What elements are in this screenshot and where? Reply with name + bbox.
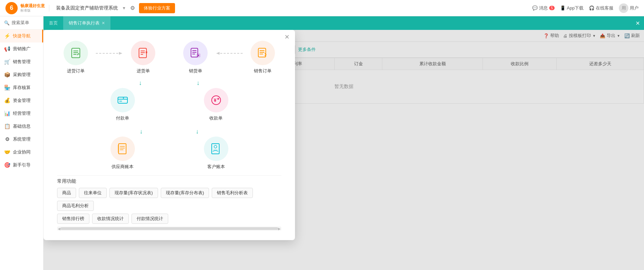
sidebar-item-newbie[interactable]: 🎯 新手引导: [0, 159, 43, 172]
tab-sales-order[interactable]: 销售订单执行表 ✕: [63, 16, 110, 30]
flow-item-customer-ledger[interactable]: 客户账本: [197, 137, 235, 170]
flow-circle-sales-bill: [183, 41, 208, 65]
flow-item-sales-order[interactable]: 销售订单: [244, 41, 281, 74]
tab-home[interactable]: 首页: [43, 16, 63, 30]
arrow-down-purchase-bill: ↓: [122, 79, 159, 87]
cf-btn-sales-margin[interactable]: 销售毛利分析表: [212, 188, 253, 198]
flow-label-receipt: 收款单: [209, 115, 223, 121]
message-action[interactable]: 💬 消息 5: [532, 5, 555, 11]
modal-separator: [57, 175, 281, 176]
flow-item-sales-bill[interactable]: 销货单: [177, 41, 214, 74]
scroll-left-arrow[interactable]: ◀: [58, 227, 60, 231]
flow-label-sales-order: 销售订单: [254, 68, 272, 74]
tab-close-icon[interactable]: ✕: [102, 21, 105, 25]
flow-item-receipt[interactable]: ¥ 收款单: [197, 88, 235, 121]
cf-btn-stock-status[interactable]: 现存量(库存状况表): [109, 188, 158, 198]
sidebar-item-quick-nav[interactable]: ⚡ 快捷导航: [0, 30, 43, 42]
flow-arrows-row-2: ↓ ↓: [57, 127, 281, 137]
online-service-label: 在线客服: [596, 5, 613, 11]
cf-btn-goods-margin[interactable]: 商品毛利分析: [57, 201, 94, 211]
finance-icon: 💰: [4, 97, 10, 104]
sidebar-item-label: 销售管理: [13, 59, 31, 65]
cf-btn-payment-stats[interactable]: 付款情况统计: [132, 214, 168, 224]
arrow-sales-order-to-bill: [214, 50, 244, 65]
sidebar-search[interactable]: 🔍 搜索菜单: [0, 16, 43, 30]
sidebar-item-basic[interactable]: 📋 基础信息: [0, 120, 43, 133]
cf-row-1: 商品 往来单位 现存量(库存状况表) 现存量(库存分布表) 销售毛利分析表 商品…: [57, 188, 281, 211]
flow-item-purchase-order[interactable]: 进货订单: [57, 41, 94, 74]
arrow-down-receipt: ↓: [179, 128, 216, 135]
common-functions-title: 常用功能: [57, 178, 281, 184]
close-all-btn[interactable]: ✕: [636, 20, 644, 26]
dash-arrow-svg-2: [215, 50, 243, 57]
sidebar-item-marketing[interactable]: 📢 营销推广: [0, 42, 43, 55]
sidebar-item-system[interactable]: ⚙ 系统管理: [0, 133, 43, 146]
svg-text:¥: ¥: [214, 97, 216, 103]
dash-arrow-svg-1: [96, 50, 123, 57]
message-badge: 5: [549, 6, 555, 10]
cf-btn-sales-rank[interactable]: 销售排行榜: [57, 214, 89, 224]
flow-item-supplier-ledger[interactable]: 供应商账本: [104, 137, 141, 170]
flow-modal: ✕: [43, 30, 295, 240]
cf-btn-goods[interactable]: 商品: [57, 188, 76, 198]
flow-row-1: 进货订单: [57, 41, 281, 74]
logo-title: 畅康通好生意: [20, 3, 45, 8]
flow-label-customer-ledger: 客户账本: [207, 164, 225, 170]
sidebar-item-label: 基础信息: [13, 123, 31, 129]
search-icon: 🔍: [4, 20, 10, 25]
scroll-thumb[interactable]: [60, 227, 278, 230]
svg-rect-34: [118, 145, 119, 153]
system-icon: ⚙: [4, 136, 10, 142]
sidebar-item-enterprise[interactable]: 🤝 企业协同: [0, 146, 43, 159]
app-download-action[interactable]: 📱 App下载: [560, 5, 584, 11]
sidebar-item-label: 经营管理: [13, 110, 31, 116]
modal-close-btn[interactable]: ✕: [284, 34, 290, 40]
svg-marker-20: [216, 52, 220, 55]
app-download-icon: 📱: [560, 5, 565, 11]
flow-arrows-row: ↓ ↓: [57, 79, 281, 88]
sidebar-item-purchase[interactable]: 📦 采购管理: [0, 68, 43, 81]
message-label: 消息: [539, 5, 548, 11]
inventory-icon: 🏪: [4, 85, 10, 91]
tab-bar: 首页 销售订单执行表 ✕ ✕: [43, 16, 644, 30]
cf-btn-stock-dist[interactable]: 现存量(库存分布表): [161, 188, 209, 198]
customer-ledger-icon: [210, 143, 222, 155]
flow-circle-customer-ledger: [204, 137, 228, 161]
arrow-down-payment: ↓: [123, 128, 160, 135]
tab-sales-order-label: 销售订单执行表: [69, 20, 100, 26]
scroll-right-arrow[interactable]: ▶: [278, 227, 281, 231]
top-right-actions: 💬 消息 5 📱 App下载 🎧 在线客服 用 用户: [532, 3, 639, 13]
sidebar-item-inventory[interactable]: 🏪 库存核算: [0, 81, 43, 94]
sidebar-item-operations[interactable]: 📊 经营管理: [0, 107, 43, 120]
search-label: 搜索菜单: [12, 20, 29, 26]
flow-item-payment[interactable]: ¥ 付款单: [104, 88, 141, 121]
cf-btn-receipt-stats[interactable]: 收款情况统计: [92, 214, 129, 224]
system-title: 装备及固定资产辅助管理系统: [56, 5, 118, 11]
sidebar-item-label: 资金管理: [13, 97, 31, 104]
scrollbar-track[interactable]: ◀ ▶: [57, 227, 281, 231]
main-area: 🔍 搜索菜单 ⚡ 快捷导航 📢 营销推广 🛒 销售管理 📦 采购管理 🏪: [0, 16, 644, 270]
close-all-icon[interactable]: ✕: [636, 20, 640, 26]
sidebar-item-sales[interactable]: 🛒 销售管理: [0, 55, 43, 68]
down-arrow-icon-4: ↓: [196, 128, 199, 135]
content-area: 首页 销售订单执行表 ✕ ✕ ❓ 帮助: [43, 16, 644, 270]
basic-icon: 📋: [4, 123, 10, 129]
flow-item-purchase-bill[interactable]: 进货单: [124, 41, 162, 74]
content-wrapper: ❓ 帮助 🖨 按模板打印 ▼ 📤 导出 ▼ 🔄: [43, 30, 644, 270]
sales-bill-icon: [189, 47, 202, 59]
spacer-arrow-2: [94, 79, 122, 87]
user-action[interactable]: 用 用户: [619, 3, 639, 13]
online-service-action[interactable]: 🎧 在线客服: [589, 5, 613, 11]
settings-icon[interactable]: ⚙: [130, 5, 135, 11]
purchase-icon: 📦: [4, 72, 10, 78]
sidebar-item-finance[interactable]: 💰 资金管理: [0, 94, 43, 107]
flow-label-purchase-bill: 进货单: [137, 68, 150, 74]
flow-row-3: 供应商账本: [57, 137, 281, 170]
trial-button[interactable]: 体验行业方案: [139, 3, 175, 13]
app-download-label: App下载: [567, 5, 584, 11]
tab-home-label: 首页: [49, 20, 58, 26]
flow-circle-payment: ¥: [110, 88, 135, 112]
down-arrow-icon-3: ↓: [140, 128, 143, 135]
cf-btn-counterpart[interactable]: 往来单位: [79, 188, 107, 198]
system-dropdown-arrow[interactable]: ▼: [122, 6, 126, 11]
